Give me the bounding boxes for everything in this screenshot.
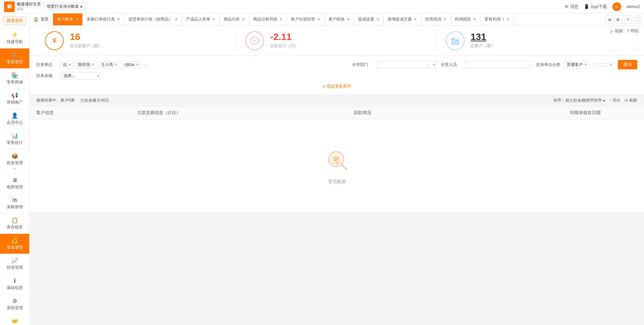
query-button[interactable]: 查询: [618, 60, 637, 69]
tab-close-goods-analysis[interactable]: ✕: [242, 17, 245, 22]
tab-cost-in[interactable]: 产成品入库单 ✕: [182, 13, 220, 26]
unit-tag-3-close[interactable]: ✕: [136, 63, 139, 67]
tab-prev-btn[interactable]: ◀: [605, 15, 613, 24]
tab-close-new-increase[interactable]: ✕: [414, 17, 417, 22]
video-btn[interactable]: ▷ 视频: [610, 28, 623, 34]
unit-tag-3: cjttcw ✕: [122, 61, 141, 68]
stat-icon-2: +: [245, 31, 265, 51]
sidebar-item-retail-mall[interactable]: 🏪 零售商城: [0, 69, 29, 89]
tab-close-business[interactable]: ✕: [443, 17, 446, 22]
capital-icon: 💰: [11, 237, 18, 244]
chevron-icon: ▾: [14, 167, 15, 170]
sidebar-item-quick-nav[interactable]: ⚡ 快捷导航: [0, 28, 29, 48]
tab-close-cost-in[interactable]: ✕: [212, 17, 215, 22]
tab-next-btn[interactable]: ▶: [614, 15, 622, 24]
sidebar-item-ecommerce[interactable]: 🖥 电商管理: [0, 174, 29, 194]
tab-customer-segment[interactable]: 客户分层经营 ✕: [287, 13, 325, 26]
tab-close-goods-list[interactable]: ✕: [280, 17, 283, 22]
money-circle-icon: ¥: [45, 31, 64, 50]
person-select[interactable]: [465, 61, 532, 68]
balance-select-wrapper: 选择... ▾: [60, 72, 101, 79]
tab-purchase-orders[interactable]: 采购订单统计表 ✕: [83, 13, 124, 26]
tab-home[interactable]: 🏠 首页: [30, 13, 53, 26]
sidebar-item-system-mgmt[interactable]: ⚙ 系统管理: [0, 294, 29, 315]
retail-mall-icon: 🏪: [11, 72, 18, 78]
unit-class-tag-0-close[interactable]: ✕: [584, 63, 587, 67]
unit-tags-more[interactable]: ...: [143, 62, 149, 68]
balance-select[interactable]: 选择...: [60, 72, 101, 79]
tab-bar: 🏠 首页 客户账本 ✕ 采购订单统计表 ✕ 进货单统计表（按商品） ✕ 产成品入…: [30, 13, 644, 26]
messages-btn[interactable]: ✉ 消息: [565, 4, 578, 10]
help-btn[interactable]: ? 帮助: [627, 28, 639, 34]
tab-customer-book[interactable]: 客户账本 ✕: [53, 13, 83, 26]
tab-goods-analysis[interactable]: 商品分析 ✕: [220, 13, 249, 26]
dept-clear-icon[interactable]: ···: [427, 63, 430, 67]
sidebar-item-enterprise-coop[interactable]: 🤝 企业协同: [0, 315, 29, 325]
tab-raise-settings[interactable]: 提成设置 ✕: [354, 13, 384, 26]
tab-profit-report[interactable]: 利润报告 ✕: [451, 13, 480, 26]
tab-customer-contact[interactable]: 客户联络 ✕: [325, 13, 354, 26]
unit-tag-2-close[interactable]: ✕: [115, 63, 118, 67]
export-btn[interactable]: ↑ 导出: [609, 98, 620, 103]
unit-class-select[interactable]: [594, 63, 614, 66]
tab-close-raise-settings[interactable]: ✕: [376, 17, 379, 22]
top-bar: 畅 畅捷通好生意 标版 母婴行业演示帐套 ▾ ✉ 消息 📱 App下载 D de…: [0, 0, 644, 13]
results-bar: 搜索结果中，客户0家 欠款金额 0.00元 排序：按欠款金额倒序排序 ▾ ↑ 导…: [30, 95, 644, 106]
sidebar-item-purchase-mgmt[interactable]: 🛍 采购管理: [0, 194, 29, 214]
filter-row-1: 往来单位 伍 ✕ 陈民强 ✕ 王小亮 ✕: [36, 60, 637, 69]
sidebar-item-capital-mgmt[interactable]: 💰 资金管理: [0, 234, 29, 254]
sort-select[interactable]: 排序：按欠款金额倒序排序 ▾: [553, 98, 605, 103]
tab-close-profit[interactable]: ✕: [473, 17, 476, 22]
chevron-up-icon: ∧: [323, 84, 326, 89]
person-select-wrapper: ···: [465, 61, 532, 68]
tab-retail-profit[interactable]: 零售利润（ ✕: [480, 13, 514, 26]
tab-close-stock-stats[interactable]: ✕: [175, 17, 178, 22]
tab-business-situation[interactable]: 经营情况 ✕: [421, 13, 451, 26]
unit-tag-0-close[interactable]: ✕: [68, 63, 71, 67]
stat-bar-actions: ▷ 视频 ? 帮助: [610, 28, 639, 34]
quick-nav-icon: ⚡: [11, 32, 18, 38]
tab-goods-analysis-list[interactable]: 商品分析列表 ✕: [249, 13, 287, 26]
sidebar-item-marketing[interactable]: 📢 营销推广: [0, 89, 29, 109]
stat-icon-3: [445, 31, 465, 51]
account-selector[interactable]: 母婴行业演示帐套 ▾: [44, 3, 85, 10]
debt-total-label: 欠款合计（万）: [270, 43, 298, 49]
stat-total-customers: 131 总客户（家）: [437, 31, 637, 51]
filter-row-2: 往来余额 选择... ▾: [36, 72, 637, 79]
unit-tag-1-close[interactable]: ✕: [91, 63, 94, 67]
tab-close-customer-book[interactable]: ✕: [75, 17, 78, 22]
tab-new-increase[interactable]: 新增提成方案 ✕: [384, 13, 421, 26]
unit-tag-0: 伍 ✕: [60, 61, 74, 69]
sidebar-item-inventory[interactable]: 📋 库存核算: [0, 214, 29, 234]
tab-close-retail-profit[interactable]: ✕: [507, 17, 510, 22]
tab-stock-stats[interactable]: 进货单统计表（按商品） ✕: [124, 13, 182, 26]
refresh-btn[interactable]: ↺ 刷新: [625, 98, 637, 103]
sidebar-item-batch-mgmt[interactable]: 📦 批发管理 ▾: [0, 149, 29, 174]
sidebar-item-retail-stats[interactable]: 📊 零售统计: [0, 129, 29, 149]
export-icon: ↑: [609, 98, 611, 103]
sidebar-item-member-center[interactable]: 👤 会员中心: [0, 109, 29, 129]
tab-close-customer-segment[interactable]: ✕: [317, 17, 320, 22]
dept-label: 分管部门: [352, 62, 372, 68]
sidebar-item-basic-info[interactable]: ℹ 基础信息: [0, 274, 29, 294]
search-menu-button[interactable]: 搜索菜单: [3, 16, 27, 25]
empty-text: 暂无数据: [328, 179, 346, 185]
tab-close-all-btn[interactable]: ✕: [624, 15, 632, 24]
sidebar-item-operations[interactable]: 📈 经营管理: [0, 254, 29, 274]
inventory-icon: 📋: [11, 217, 18, 223]
avatar[interactable]: D: [612, 2, 621, 11]
stat-info-1: 16 总欠款客户（家）: [70, 32, 102, 49]
tab-close-purchase-orders[interactable]: ✕: [117, 17, 120, 22]
tab-bar-actions: ◀ ▶ ✕ ⛶: [602, 15, 644, 24]
tab-close-customer-contact[interactable]: ✕: [347, 17, 350, 22]
enterprise-icon: 🤝: [11, 318, 18, 324]
purchase-icon: 🛍: [12, 197, 17, 203]
sidebar-item-retail-mgmt[interactable]: 🛒 零售管理: [0, 48, 29, 69]
person-more-icon[interactable]: ···: [527, 63, 530, 67]
table-header-customer-info: 客户信息: [36, 110, 137, 116]
collapse-button[interactable]: ∧ 收起更多条件: [323, 83, 351, 89]
app-download-btn[interactable]: 📱 App下载: [584, 4, 607, 10]
svg-rect-5: [457, 41, 458, 42]
tab-expand-btn[interactable]: ⛶: [633, 15, 641, 24]
svg-text:+: +: [254, 39, 256, 43]
